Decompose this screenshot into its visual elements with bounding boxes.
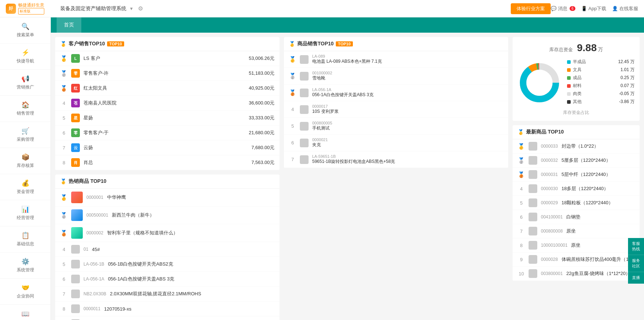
product-image	[71, 192, 83, 203]
avatar: L	[71, 54, 80, 63]
product-avatar	[529, 184, 537, 193]
hot-products-card: 🥇 热销商品 TOP10 🥇 0000001 中华神鹰	[55, 175, 280, 320]
table-row: 8 肖 肖总 7,563.00元	[55, 155, 280, 170]
table-row: 6 零 零售客户-于 21,680.00元	[55, 126, 280, 140]
avatar: 苍	[71, 99, 80, 107]
legend-item: 其他 -3.86 万	[567, 99, 635, 105]
legend-dot	[567, 76, 571, 80]
marketing-icon: 📢	[21, 75, 29, 83]
legend-dot	[567, 84, 571, 88]
table-row: 🥉 LA-056-1A 056-1A白色按键开关盖ABS 3克	[284, 85, 508, 101]
bronze-medal-icon: 🥉	[60, 85, 68, 92]
sidebar-item-enterprise[interactable]: 🤝 企业协同	[0, 279, 50, 305]
product-avatar	[71, 245, 80, 254]
purchase-icon: 🛒	[21, 127, 29, 135]
logo-area: 好 畅捷通好生意 标准版	[6, 3, 57, 15]
table-row: 5 星 星扬 33,333.00元	[55, 111, 280, 126]
hot-products-list: 🥇 0000001 中华神鹰 🥈 00050	[55, 189, 280, 320]
legend-item: 成品 0.25 万	[567, 75, 635, 81]
sidebar-item-inventory[interactable]: 📦 库存核算	[0, 148, 50, 174]
list-item: 4 0000030 18多层（1220*2440）	[513, 182, 640, 196]
legend-item: 材料 0.07 万	[567, 83, 635, 89]
product-avatar	[71, 290, 80, 298]
list-item: 4 01 45#	[55, 242, 280, 257]
product-avatar	[529, 142, 537, 151]
product-avatar	[300, 89, 309, 97]
bronze-medal-icon: 🥉	[60, 230, 68, 237]
search-icon: 🔍	[21, 22, 29, 30]
service-icon: 👤	[612, 6, 618, 11]
silver-medal-icon: 🥈	[60, 212, 68, 219]
table-row: 🥈 零 零售客户-许 51,183.00元	[55, 66, 280, 81]
online-service-item[interactable]: 👤 在线客服	[612, 5, 638, 12]
enterprise-icon: 🤝	[21, 284, 29, 292]
header-right: 💬 消息 6 📱 App下载 👤 在线客服	[551, 5, 638, 12]
float-live[interactable]: 直播	[628, 272, 644, 284]
avatar: 云	[71, 143, 80, 152]
list-item: 9 KK-SD22110H 花语暖情温分腿罐袋（厚款）	[55, 316, 280, 320]
sales-icon: 🏠	[21, 101, 29, 109]
list-item: 🥈 0000032 5厘多层（1220*2440）	[513, 153, 640, 168]
legend-item: 肉类 -0.05 万	[567, 91, 635, 97]
app-download-item[interactable]: 📱 App下载	[581, 5, 606, 12]
customer-ranking-header: 🥇 客户销售TOP10 TOP10	[55, 37, 280, 51]
list-item: 5 0000029 18颗粒板（1220*2440）	[513, 196, 640, 210]
float-customer-service[interactable]: 客服热线	[628, 238, 644, 255]
chevron-down-icon[interactable]: ▼	[129, 6, 134, 11]
star-icon: 🥇	[518, 129, 524, 135]
sidebar-item-system[interactable]: ⚙️ 系统管理	[0, 253, 50, 279]
sidebar-item-basic-info[interactable]: 📋 基础信息	[0, 226, 50, 253]
product-image	[71, 209, 83, 221]
float-service-community[interactable]: 服务社区	[628, 255, 644, 272]
finance-icon: 💰	[21, 179, 29, 187]
notification-item[interactable]: 💬 消息 6	[551, 5, 575, 12]
gear-icon[interactable]: ⚙	[138, 5, 143, 12]
sidebar-item-purchase[interactable]: 🛒 采购管理	[0, 122, 50, 148]
product-ranking-card: 🥇 商品销售TOP10 TOP10 🥇 LA-089 电池盖 LA-089 AB…	[284, 37, 508, 168]
table-row: 5 000800005 手机测试	[284, 118, 508, 135]
inventory-card: 库存总资金 9.88 万	[513, 37, 640, 121]
sidebar-item-finance[interactable]: 💰 资金管理	[0, 174, 50, 200]
product-avatar	[529, 269, 537, 278]
list-item: 9 0000028 体碗蔗枝味苏打饮品400毫升（1*15）	[513, 253, 640, 267]
list-item: 8 0000011 12070519-xs	[55, 301, 280, 316]
legend-list: 半成品 12.45 万 文具 1.01 万 成品 0	[567, 59, 635, 107]
product-avatar	[300, 122, 309, 131]
table-row: 7 LA-59651-1B 59651-1B旋转投影灯电池盒ABS黑色+58克	[284, 151, 508, 168]
table-row: 4 苍 苍南县人民医院 36,600.00元	[55, 96, 280, 111]
product-avatar	[300, 72, 309, 81]
list-item: 6 004100001 白钢垫	[513, 210, 640, 224]
list-item: 🥈 000500001 新西兰牛肉（新牛）	[55, 206, 280, 224]
inventory-total: 库存总资金 9.88 万	[518, 42, 635, 54]
latest-products-list: 🥇 0000033 封边带（1.0*22） 🥈 0000032 5厘多层（122…	[513, 139, 640, 281]
bronze-medal-icon: 🥉	[518, 171, 525, 178]
legend-dot	[567, 92, 571, 96]
donut-chart	[518, 61, 561, 104]
main-nav: 首页	[51, 17, 644, 33]
table-row: 7 云 云扬 7,680.00元	[55, 140, 280, 155]
silver-medal-icon: 🥈	[289, 73, 296, 79]
try-btn[interactable]: 体验行业方案	[511, 3, 551, 14]
inventory-icon: 📦	[21, 153, 29, 161]
sidebar: 🔍 搜索菜单 ⚡ 快捷导航 📢 营销推广 🏠 销售管理 🛒 采购管理 📦 库存核…	[0, 17, 51, 320]
float-buttons: 客服热线 服务社区 直播	[628, 238, 644, 284]
sidebar-item-marketing[interactable]: 📢 营销推广	[0, 70, 50, 96]
list-item: 10 003800001 22g鱼豆腐-烧烤味（1*12*20）	[513, 267, 640, 281]
main-content: 首页 🥇 客户销售TOP10 TOP10 🥇 L	[51, 17, 644, 320]
list-item: 🥇 0000033 封边带（1.0*22）	[513, 139, 640, 153]
product-avatar	[300, 55, 309, 64]
product-avatar	[529, 213, 537, 221]
system-icon: ⚙️	[21, 258, 29, 266]
sidebar-item-guide[interactable]: 📖 新手引导	[0, 305, 50, 320]
hot-icon: 🥇	[60, 179, 66, 184]
quick-nav-icon: ⚡	[21, 49, 29, 57]
avatar: 星	[71, 114, 80, 122]
sidebar-item-search[interactable]: 🔍 搜索菜单	[0, 17, 50, 44]
sidebar-item-sales[interactable]: 🏠 销售管理	[0, 96, 50, 122]
sidebar-item-quick-nav[interactable]: ⚡ 快捷导航	[0, 44, 50, 70]
sidebar-item-operations[interactable]: 📊 经营管理	[0, 200, 50, 226]
product-avatar	[529, 241, 537, 250]
table-row: 🥇 LA-089 电池盖 LA-089 ABS本色+黑种 7.1克	[284, 51, 508, 68]
tab-home[interactable]: 首页	[57, 17, 81, 33]
legend-item: 半成品 12.45 万	[567, 59, 635, 65]
